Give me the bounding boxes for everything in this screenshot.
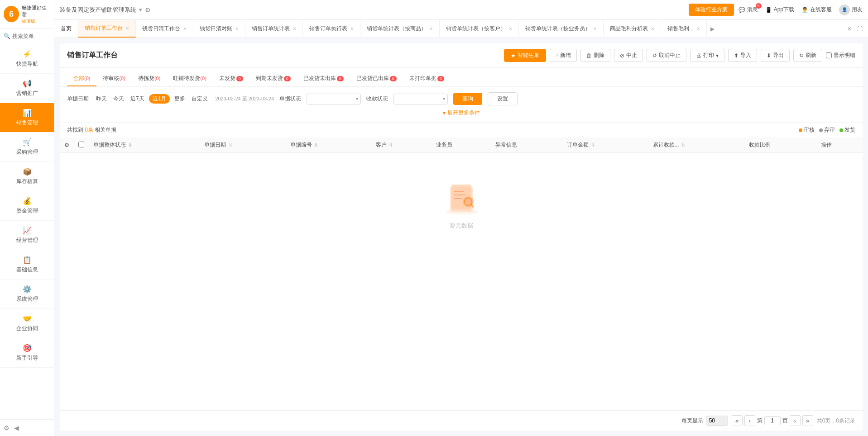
date-opt-today[interactable]: 今天 xyxy=(111,94,126,104)
tab-sales-exec[interactable]: 销售订单执行表 ✕ xyxy=(303,20,360,37)
filter-area: 单据日期 昨天 今天 近7天 近1月 更多 自定义 2023-02-24 至 2… xyxy=(60,87,863,123)
sidebar-item-search[interactable]: 🔍 搜索菜单 xyxy=(0,29,54,44)
suspend-btn[interactable]: ⊘ 中止 xyxy=(614,49,643,62)
subtab-wangpu[interactable]: 旺铺待发货(0) xyxy=(167,71,212,86)
date-opt-more[interactable]: 更多 xyxy=(173,94,187,104)
quick-cancel-review-btn[interactable]: 弃审 xyxy=(819,126,835,134)
number-sort-icon[interactable]: ⇅ xyxy=(314,142,318,147)
tab-gross-margin[interactable]: 商品毛利分析表 ✕ xyxy=(604,20,661,37)
sidebar-item-base-info[interactable]: 📋 基础信息 xyxy=(0,250,54,280)
tab-close-by-staff[interactable]: ✕ xyxy=(593,26,597,31)
topbar-dropdown-arrow[interactable]: ▾ xyxy=(139,6,142,13)
query-btn[interactable]: 查询 xyxy=(453,93,482,105)
subtab-pending-review[interactable]: 待审核(0) xyxy=(96,71,131,86)
delete-btn[interactable]: 🗑 删除 xyxy=(580,49,610,62)
sidebar-item-operation[interactable]: 📈 经营管理 xyxy=(0,221,54,250)
tab-close-cash-reconcile[interactable]: ✕ xyxy=(235,26,239,31)
page-prev-btn[interactable]: ‹ xyxy=(744,415,755,426)
tab-close-by-customer[interactable]: ✕ xyxy=(508,26,512,31)
customer-sort-icon[interactable]: ⇅ xyxy=(389,142,393,147)
tab-cash-daily[interactable]: 钱货日清工作台 ✕ xyxy=(136,20,193,37)
page-first-btn[interactable]: « xyxy=(732,415,743,426)
status-sort-icon[interactable]: ⇅ xyxy=(128,142,132,147)
subtab-not-shipped[interactable]: 未发货0 xyxy=(213,71,249,86)
th-date: 单据日期 ⇅ xyxy=(200,137,285,153)
tab-close-all-btn[interactable]: ✕ xyxy=(845,24,854,34)
sidebar-settings-btn[interactable]: ⚙ xyxy=(4,424,10,431)
page-last-btn[interactable]: » xyxy=(802,415,813,426)
tab-more-btn[interactable]: ▶ xyxy=(707,26,718,32)
tab-close-sales-stats[interactable]: ✕ xyxy=(293,26,296,31)
tab-sales-profits[interactable]: 销售毛利... ✕ xyxy=(661,20,707,37)
export-btn[interactable]: ⬇ 导出 xyxy=(761,49,790,62)
sidebar-item-cooperation[interactable]: 🤝 企业协同 xyxy=(0,309,54,338)
payment-select-wrap xyxy=(393,94,448,104)
date-sort-icon[interactable]: ⇅ xyxy=(229,142,232,147)
sidebar-item-inventory[interactable]: 📦 库存核算 xyxy=(0,162,54,191)
topbar-online-service-btn[interactable]: 👨‍💼 在线客服 xyxy=(801,6,832,14)
quick-ship-btn[interactable]: 发货 xyxy=(839,126,855,134)
expand-more-btn[interactable]: ▾ 展开更多条件 xyxy=(443,109,480,117)
sidebar-item-purchase[interactable]: 🛒 采购管理 xyxy=(0,133,54,162)
tab-close-by-product[interactable]: ✕ xyxy=(429,26,433,31)
select-all-checkbox[interactable] xyxy=(78,142,84,147)
quick-review-btn[interactable]: 审核 xyxy=(799,126,815,134)
subtab-all[interactable]: 全部(0) xyxy=(67,71,96,86)
tab-close-cash-daily[interactable]: ✕ xyxy=(183,26,187,31)
th-settings[interactable]: ⚙ xyxy=(60,137,74,153)
filter-setting-btn[interactable]: 设置 xyxy=(488,92,518,105)
topbar-message-btn[interactable]: 💬 消息 6 xyxy=(739,6,758,14)
tab-sales-workbench[interactable]: 销售订单工作台 ✕ xyxy=(78,20,136,38)
phone-icon: 📱 xyxy=(765,7,772,13)
tab-home[interactable]: 首页 xyxy=(54,20,78,37)
topbar-user-btn[interactable]: 👤 用友 xyxy=(839,5,863,15)
collected-sort-icon[interactable]: ⇅ xyxy=(681,142,685,147)
status-select[interactable] xyxy=(307,94,361,104)
add-btn[interactable]: + 新增 xyxy=(550,49,577,62)
operation-icon: 📈 xyxy=(23,226,32,235)
topbar-settings-icon[interactable]: ⚙ xyxy=(145,6,151,14)
sidebar-collapse-btn[interactable]: ◀ xyxy=(14,424,19,431)
sidebar-item-marketing[interactable]: 📢 营销推广 xyxy=(0,74,54,103)
refresh-btn[interactable]: ↻ 刷新 xyxy=(793,49,822,62)
tab-close-sales-exec[interactable]: ✕ xyxy=(350,26,354,31)
tab-close-gross-margin[interactable]: ✕ xyxy=(651,26,654,31)
sidebar-item-system[interactable]: ⚙️ 系统管理 xyxy=(0,280,54,309)
tab-cash-reconcile[interactable]: 钱货日清对账 ✕ xyxy=(193,20,245,37)
date-opt-7days[interactable]: 近7天 xyxy=(129,94,146,104)
page-next-btn[interactable]: › xyxy=(790,415,801,426)
sidebar-item-sales[interactable]: 📊 销售管理 xyxy=(0,103,54,133)
th-checkbox[interactable] xyxy=(74,137,89,153)
subtab-pending-pickup[interactable]: 待拣货(0) xyxy=(132,71,167,86)
subtab-overdue-not-shipped[interactable]: 到期未发货0 xyxy=(249,71,297,86)
tab-sales-by-staff[interactable]: 销货单统计表（按业务员） ✕ xyxy=(519,20,604,37)
cancel-suspend-btn[interactable]: ↺ 取消中止 xyxy=(647,49,686,62)
date-opt-yesterday[interactable]: 昨天 xyxy=(94,94,109,104)
date-opt-1month[interactable]: 近1月 xyxy=(149,94,170,104)
tab-close-sales-profits[interactable]: ✕ xyxy=(696,26,700,31)
sidebar-item-finance[interactable]: 💰 资金管理 xyxy=(0,191,54,221)
date-opt-custom[interactable]: 自定义 xyxy=(190,94,210,104)
amount-sort-icon[interactable]: ⇅ xyxy=(591,142,595,147)
tab-close-sales-workbench[interactable]: ✕ xyxy=(125,26,129,31)
page-size-select[interactable]: 50 20 100 xyxy=(706,416,728,426)
payment-select[interactable] xyxy=(393,94,448,104)
tab-sales-by-product[interactable]: 销货单统计表（按商品） ✕ xyxy=(360,20,440,37)
tab-fullscreen-btn[interactable]: ⛶ xyxy=(855,24,864,34)
sidebar-item-quick-nav[interactable]: ⚡ 快捷导航 xyxy=(0,44,54,74)
subtab-shipped-not-out[interactable]: 已发货未出库0 xyxy=(297,71,350,86)
subtab-not-printed[interactable]: 未打印单据0 xyxy=(403,71,451,86)
import-btn[interactable]: ⬆ 导入 xyxy=(728,49,757,62)
smart-create-btn[interactable]: ★ 智能生单 xyxy=(504,49,546,62)
show-detail-checkbox[interactable]: 显示明细 xyxy=(826,52,855,59)
tab-sales-stats[interactable]: 销售订单统计表 ✕ xyxy=(245,20,303,37)
print-btn[interactable]: 🖨 打印 ▾ xyxy=(690,49,724,62)
tab-sales-by-customer[interactable]: 销货单统计表（按客户） ✕ xyxy=(440,20,519,37)
message-icon: 💬 xyxy=(739,7,745,13)
topbar-app-download-btn[interactable]: 📱 App下载 xyxy=(765,6,794,14)
sidebar-item-guide[interactable]: 🎯 新手引导 xyxy=(0,338,54,368)
page-input[interactable] xyxy=(764,416,781,425)
subtab-shipped-out[interactable]: 已发货已出库0 xyxy=(350,71,403,86)
show-detail-input[interactable] xyxy=(826,52,832,58)
solution-btn[interactable]: 体验行业方案 xyxy=(689,4,734,16)
